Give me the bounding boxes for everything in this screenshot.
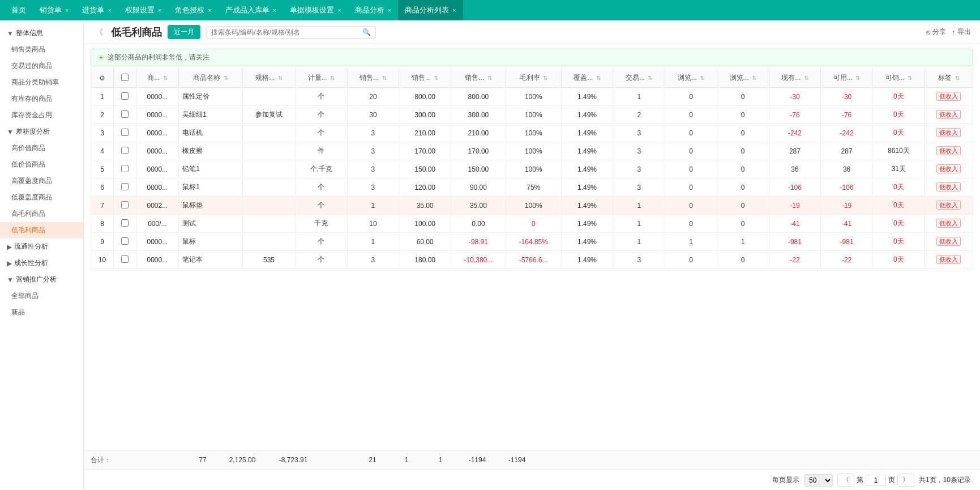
sidebar-item-low-value[interactable]: 低价值商品 <box>0 156 83 173</box>
export-button[interactable]: ↑ 导出 <box>952 27 971 37</box>
col-sales1[interactable]: 销售... ⇅ <box>347 69 399 88</box>
row-checkbox[interactable] <box>121 201 129 208</box>
cell-sales1: 1 <box>347 233 399 251</box>
cell-gross-rate: -5766.6... <box>506 251 561 269</box>
footer-sales1: 77 <box>186 454 220 466</box>
sidebar-item-category-rate[interactable]: 商品分类助销率 <box>0 74 83 91</box>
sidebar-item-new-products[interactable]: 新品 <box>0 304 83 321</box>
cell-checkbox[interactable] <box>114 160 136 178</box>
row-checkbox[interactable] <box>121 147 129 154</box>
tab-recent-month[interactable]: 近一月 <box>168 25 200 39</box>
page-number-input[interactable] <box>866 475 886 486</box>
cell-no: 9 <box>91 233 114 251</box>
row-checkbox[interactable] <box>121 183 129 190</box>
col-gross-rate[interactable]: 毛利率 ⇅ <box>506 69 561 88</box>
cell-checkbox[interactable] <box>114 124 136 142</box>
cell-spec <box>243 197 296 215</box>
nav-role-close[interactable]: × <box>208 7 211 14</box>
cell-checkbox[interactable] <box>114 233 136 251</box>
select-all-checkbox[interactable] <box>121 74 129 81</box>
row-checkbox[interactable] <box>121 237 129 245</box>
cell-checkbox[interactable] <box>114 215 136 233</box>
sidebar-group-marketing[interactable]: ▼ 营销推广分析 <box>0 271 83 288</box>
nav-product-analysis-list[interactable]: 商品分析列表 × <box>398 0 463 20</box>
sidebar-item-traded-products[interactable]: 交易过的商品 <box>0 58 83 74</box>
cell-gross-rate: 100% <box>506 88 561 106</box>
sidebar-item-sales-products[interactable]: 销售类商品 <box>0 41 83 58</box>
cell-checkbox[interactable] <box>114 251 136 269</box>
nav-sales-order-close[interactable]: × <box>65 7 69 14</box>
cell-gross-rate: 100% <box>506 106 561 124</box>
nav-role[interactable]: 角色授权 × <box>168 0 218 20</box>
col-spec[interactable]: 规格... ⇅ <box>243 69 296 88</box>
sidebar-item-stock-capital[interactable]: 库存资金占用 <box>0 107 83 123</box>
row-checkbox[interactable] <box>121 92 129 100</box>
sidebar-item-all-products[interactable]: 全部商品 <box>0 288 83 304</box>
row-checkbox[interactable] <box>121 219 129 227</box>
cell-unit: 个 <box>295 106 347 124</box>
row-checkbox[interactable] <box>121 255 129 263</box>
row-checkbox[interactable] <box>121 165 129 172</box>
page-size-select[interactable]: 50 100 200 <box>804 474 833 487</box>
cell-checkbox[interactable] <box>114 178 136 197</box>
nav-product-analysis[interactable]: 商品分析 × <box>348 0 398 20</box>
sidebar-item-low-margin[interactable]: 低毛利商品 <box>0 222 83 238</box>
cell-spec <box>243 160 296 178</box>
row-checkbox[interactable] <box>121 129 129 136</box>
collapse-sidebar-button[interactable]: 《 <box>93 27 105 37</box>
cell-checkbox[interactable] <box>114 142 136 160</box>
search-icon[interactable]: 🔍 <box>362 28 371 36</box>
share-button[interactable]: ⎋ 分享 <box>926 27 946 37</box>
nav-purchase-order[interactable]: 进货单 × <box>75 0 118 20</box>
col-view2[interactable]: 浏览... ⇅ <box>717 69 769 88</box>
settings-icon[interactable]: ⚙ <box>99 74 105 82</box>
cell-cover-rate: 1.49% <box>561 197 613 215</box>
col-view1[interactable]: 浏览... ⇅ <box>665 69 717 88</box>
cell-gross-rate: 100% <box>506 160 561 178</box>
cell-sales3: -10,380... <box>451 251 506 269</box>
col-sales3[interactable]: 销售... ⇅ <box>451 69 506 88</box>
nav-purchase-order-close[interactable]: × <box>108 7 111 14</box>
cell-tx-count: 1 <box>613 197 665 215</box>
search-input[interactable] <box>211 28 360 36</box>
nav-product-in[interactable]: 产成品入库单 × <box>219 0 283 20</box>
table-row: 40000...橡皮擦件3170.00170.00100%1.49%300287… <box>91 142 973 160</box>
nav-product-analysis-list-close[interactable]: × <box>452 7 456 14</box>
cell-view1: 0 <box>665 142 717 160</box>
sidebar-group-overall[interactable]: ▼ 整体信息 <box>0 25 83 41</box>
cell-checkbox[interactable] <box>114 106 136 124</box>
sidebar-item-high-margin[interactable]: 高毛利商品 <box>0 206 83 222</box>
nav-permission[interactable]: 权限设置 × <box>118 0 168 20</box>
next-page-button[interactable]: 〉 <box>897 474 914 487</box>
nav-sales-order[interactable]: 销货单 × <box>33 0 75 20</box>
nav-permission-close[interactable]: × <box>158 7 161 14</box>
col-cover-rate[interactable]: 覆盖... ⇅ <box>561 69 613 88</box>
col-name[interactable]: 商品名称 ⇅ <box>179 69 243 88</box>
sidebar-item-low-coverage[interactable]: 低覆盖度商品 <box>0 189 83 206</box>
nav-product-analysis-close[interactable]: × <box>388 7 391 14</box>
col-sellable[interactable]: 可销... ⇅ <box>872 69 925 88</box>
cell-checkbox[interactable] <box>114 88 136 106</box>
cell-checkbox[interactable] <box>114 197 136 215</box>
col-tx-count[interactable]: 交易... ⇅ <box>613 69 665 88</box>
prev-page-button[interactable]: 〈 <box>837 474 854 487</box>
sidebar-group-value-arrow: ▼ <box>7 128 14 136</box>
col-stock[interactable]: 现有... ⇅ <box>769 69 821 88</box>
nav-product-in-close[interactable]: × <box>273 7 276 14</box>
col-available[interactable]: 可用... ⇅ <box>821 69 873 88</box>
nav-template-close[interactable]: × <box>337 7 341 14</box>
col-sales2[interactable]: 销售... ⇅ <box>399 69 451 88</box>
sidebar-group-value[interactable]: ▼ 差耕度分析 <box>0 123 83 140</box>
nav-template[interactable]: 单据模板设置 × <box>283 0 348 20</box>
nav-home[interactable]: 首页 <box>5 0 33 20</box>
sidebar-group-growth[interactable]: ▶ 成长性分析 <box>0 255 83 271</box>
col-settings[interactable]: ⚙ <box>91 69 114 88</box>
sidebar-item-high-coverage[interactable]: 高覆盖度商品 <box>0 173 83 189</box>
sidebar-item-stocked-products[interactable]: 有库存的商品 <box>0 91 83 107</box>
row-checkbox[interactable] <box>121 110 129 118</box>
col-unit[interactable]: 计量... ⇅ <box>295 69 347 88</box>
sidebar-group-flow[interactable]: ▶ 流通性分析 <box>0 238 83 255</box>
col-tag[interactable]: 标签 ⇅ <box>925 69 973 88</box>
sidebar-item-high-value[interactable]: 高价值商品 <box>0 140 83 156</box>
col-code[interactable]: 商... ⇅ <box>136 69 179 88</box>
